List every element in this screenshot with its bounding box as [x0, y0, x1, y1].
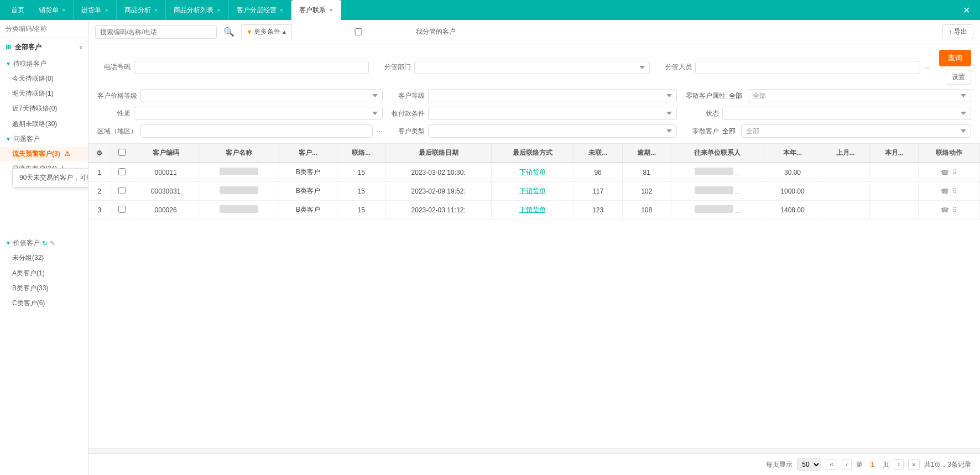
edit-icon[interactable]: ✎ [50, 239, 55, 247]
sidebar-item-c-class[interactable]: C类客户(6) [0, 296, 88, 311]
my-customers-check[interactable] [303, 28, 414, 35]
phone-input[interactable] [134, 61, 369, 74]
more-action-icon[interactable]: ⠿ [952, 206, 957, 214]
sidebar-item-tomorrow[interactable]: 明天待联络(1) [0, 86, 88, 101]
cell-last-method[interactable]: 下销货单 [491, 182, 574, 201]
contact-icon[interactable]: ☎ [941, 187, 949, 195]
cell-checkbox[interactable] [111, 182, 133, 201]
select-all-checkbox[interactable] [118, 149, 126, 156]
cell-last-month [821, 163, 870, 182]
close-icon[interactable]: × [280, 7, 283, 13]
collapse-icon[interactable]: « [79, 44, 82, 50]
my-customers-checkbox[interactable]: 我分管的客户 [303, 27, 456, 36]
cell-code: 000011 [133, 163, 199, 182]
status-select[interactable] [722, 107, 971, 120]
last-page-button[interactable]: » [908, 459, 920, 470]
dept-select[interactable] [414, 61, 649, 74]
item-label: 未分组(32) [12, 254, 44, 262]
region-input[interactable] [140, 124, 373, 138]
sidebar-search-input[interactable] [6, 25, 88, 33]
cell-last-method[interactable]: 下销货单 [491, 163, 574, 182]
sidebar-section-value[interactable]: ▼ 价值客户 ↻ ✎ [0, 236, 88, 250]
export-button[interactable]: ↑ 导出 [942, 24, 973, 39]
sidebar-item-b-class[interactable]: B类客户(33) [0, 281, 88, 296]
cell-action[interactable]: ☎ ⠿ [919, 163, 980, 182]
sidebar-item-overdue-contact[interactable]: 逾期未联络(30) [0, 117, 88, 132]
retail-customer-value: 全部 [722, 127, 736, 136]
payment-select[interactable] [428, 107, 677, 120]
customer-type-select[interactable] [428, 124, 677, 138]
col-code: 客户编码 [133, 144, 199, 163]
prev-page-button[interactable]: ‹ [842, 459, 852, 470]
section-problem-label: 问题客户 [13, 134, 40, 144]
customer-grade-label: 客户等级 [392, 91, 425, 101]
sidebar-all-customers[interactable]: ⊞ 全部客户 « [0, 38, 88, 56]
retail-customer-select[interactable]: 全部 [741, 124, 971, 138]
tab-customer-contact[interactable]: 客户联系 × [291, 0, 341, 20]
sidebar-section-pending[interactable]: ▼ 待联络客户 [0, 56, 88, 71]
item-label: C类客户(6) [12, 299, 45, 307]
cell-last-method[interactable]: 下销货单 [491, 201, 574, 220]
customer-grade-select[interactable] [428, 89, 677, 102]
tab-sales[interactable]: 销货单 × [31, 0, 74, 20]
price-grade-field: 客户价格等级 [97, 89, 383, 102]
col-settings[interactable]: ⚙ [88, 144, 111, 163]
manager-input[interactable] [695, 61, 921, 74]
cell-checkbox[interactable] [111, 201, 133, 220]
refresh-icon[interactable]: ↻ [42, 239, 48, 247]
region-dots[interactable]: ··· [376, 127, 383, 135]
more-action-icon[interactable]: ⠿ [952, 169, 957, 176]
sidebar-item-churn-warning[interactable]: 流失预警客户(3) ⚠ [0, 147, 88, 161]
query-button[interactable]: 查询 [939, 50, 971, 66]
more-conditions-button[interactable]: ▼ 更多条件 ▲ [241, 24, 292, 39]
close-icon[interactable]: × [217, 7, 220, 13]
tab-purchase[interactable]: 进货单 × [74, 0, 116, 20]
col-last-method: 最后联络方式 [491, 144, 574, 163]
horizontal-scrollbar[interactable] [88, 448, 980, 453]
sidebar-item-ungroup[interactable]: 未分组(32) [0, 250, 88, 265]
tab-customer-layer-label: 客户分层经营 [237, 6, 277, 15]
filter-icon: ▼ [246, 28, 253, 36]
retail-attr-value: 全部 [729, 91, 742, 101]
retail-attr-select[interactable]: 全部 [748, 89, 971, 102]
contact-icon[interactable]: ☎ [941, 169, 949, 176]
nature-select[interactable] [134, 107, 383, 120]
close-icon[interactable]: × [62, 7, 65, 13]
item-label: 今天待联络(0) [12, 75, 54, 82]
close-icon[interactable]: × [329, 7, 332, 13]
row-checkbox[interactable] [118, 168, 126, 175]
tab-customer-layer[interactable]: 客户分层经营 × [229, 0, 291, 20]
row-checkbox[interactable] [118, 206, 126, 213]
sidebar-item-today[interactable]: 今天待联络(0) [0, 71, 88, 86]
price-grade-select[interactable] [140, 89, 383, 102]
item-label: 明天待联络(1) [12, 90, 54, 97]
settings-button[interactable]: 设置 [946, 70, 971, 85]
close-icon[interactable]: × [105, 7, 108, 13]
tab-analysis[interactable]: 商品分析 × [117, 0, 166, 20]
top-nav: 首页 销货单 × 进货单 × 商品分析 × 商品分析列表 × 客户分层经营 × … [0, 0, 980, 20]
more-action-icon[interactable]: ⠿ [952, 187, 957, 195]
sidebar-search-bar[interactable]: 🔍 [0, 20, 88, 38]
cell-unlink: 123 [574, 201, 622, 220]
first-page-button[interactable]: « [826, 459, 837, 470]
next-page-button[interactable]: › [894, 459, 904, 470]
close-all-button[interactable]: ✕ [957, 5, 976, 15]
tab-home[interactable]: 首页 [4, 0, 31, 20]
cell-checkbox[interactable] [111, 163, 133, 182]
search-button[interactable]: 🔍 [223, 27, 234, 37]
col-checkbox[interactable] [111, 144, 133, 163]
sidebar-section-problem[interactable]: ▼ 问题客户 [0, 132, 88, 147]
close-icon[interactable]: × [154, 7, 158, 13]
per-page-select[interactable]: 50 [797, 458, 821, 471]
sidebar-item-a-class[interactable]: A类客户(1) [0, 266, 88, 281]
cell-action[interactable]: ☎ ⠿ [919, 182, 980, 201]
cell-action[interactable]: ☎ ⠿ [919, 201, 980, 220]
arrow-icon: ▼ [6, 136, 11, 142]
sidebar-item-7days[interactable]: 近7天待联络(0) [0, 101, 88, 116]
contact-icon[interactable]: ☎ [941, 206, 949, 214]
tab-analysis-list[interactable]: 商品分析列表 × [166, 0, 228, 20]
manager-dots[interactable]: ··· [924, 63, 930, 72]
row-checkbox[interactable] [118, 187, 126, 194]
section-value-label: 价值客户 [13, 238, 40, 248]
search-input[interactable] [95, 25, 217, 39]
